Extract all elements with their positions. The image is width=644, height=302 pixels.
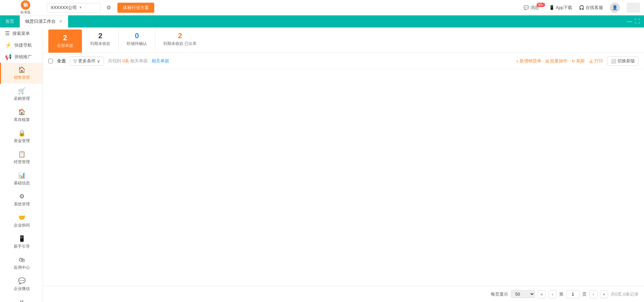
online-service-button[interactable]: 🎧 在线客服: [579, 5, 603, 11]
sidebar-item-purchase[interactable]: 🛒 采购管理: [0, 84, 43, 105]
stats-tab-overdue-shipped[interactable]: 2 到期未收款 已出库: [155, 27, 205, 53]
sidebar-label-marketing: 营销推广: [14, 54, 32, 60]
stats-tab-all[interactable]: 2 全部单据: [48, 29, 82, 53]
top-header: 畅 标准版 XXXXXX公司 ▼ ⚙ 体验行业方案 💬 消息 99+ 📱 App…: [0, 0, 644, 15]
batch-operation-button[interactable]: ⊞ 批量操作: [545, 58, 568, 64]
wechat-icon: 💬: [18, 277, 25, 285]
sidebar-label-guide: 新手引导: [14, 244, 30, 249]
sidebar-item-operations[interactable]: 📋 经营管理: [0, 147, 43, 168]
filter-button[interactable]: ▽ 更多条件 ∨: [70, 56, 104, 66]
user-icon: 👤: [612, 5, 618, 10]
prev-page-icon: ‹: [552, 292, 553, 297]
print-button[interactable]: 🖨 打印: [589, 58, 603, 64]
sidebar-label-cooperation: 企业协同: [14, 223, 30, 228]
sidebar-label-operations: 经营管理: [14, 159, 30, 165]
maximize-icon[interactable]: ⛶: [635, 18, 640, 24]
sidebar-label-basic-info: 基础信息: [14, 180, 30, 186]
search-menu-icon: ☰: [5, 30, 10, 37]
company-selector[interactable]: XXXXXX公司 ▼: [47, 3, 101, 12]
add-sales-order-button[interactable]: + 新增销货单: [516, 58, 541, 64]
total-records: 共0页,0条记录: [611, 291, 639, 297]
batch-label: 批量操作: [550, 58, 568, 64]
prev-page-button[interactable]: ‹: [548, 290, 556, 298]
filter-chevron-icon: ∨: [97, 59, 100, 64]
last-page-button[interactable]: »: [600, 290, 608, 298]
operations-icon: 📋: [18, 150, 25, 158]
stats-count-all: 2: [63, 34, 67, 42]
table-area: [43, 69, 644, 286]
pagination: 每页显示 50 100 200 « ‹ 第 页 › » 共0页,0条记录: [43, 286, 644, 302]
sidebar-item-inventory[interactable]: 🏠 库存核算: [0, 105, 43, 126]
stats-count-overdue-shipped: 2: [178, 32, 182, 40]
trial-button[interactable]: 体验行业方案: [117, 3, 154, 13]
sidebar-label-quick-nav: 快捷导航: [14, 42, 32, 48]
sidebar-label-search: 搜索菜单: [12, 31, 30, 37]
sidebar-item-basic-info[interactable]: 📊 基础信息: [0, 168, 43, 189]
add-sales-label: 新增销货单: [520, 58, 541, 64]
brand-subtext: 标准版: [20, 10, 31, 15]
select-all-label: 全选: [57, 58, 66, 64]
next-page-button[interactable]: ›: [589, 290, 597, 298]
sidebar-item-wechat[interactable]: 💬 企业微信: [0, 274, 43, 295]
avatar[interactable]: 👤: [610, 3, 620, 13]
print-label: 打印: [594, 58, 603, 64]
page-input[interactable]: [566, 290, 580, 298]
per-page-select[interactable]: 50 100 200: [511, 290, 535, 298]
refresh-label: 刷新: [576, 58, 585, 64]
sidebar-label-system: 系统管理: [14, 201, 30, 207]
sidebar-label-finance: 资金管理: [14, 138, 30, 144]
tab-money-goods[interactable]: 钱货日清工作台 ✕: [20, 15, 68, 27]
tab-home-label: 首页: [5, 18, 14, 24]
sidebar-item-cooperation[interactable]: 🤝 企业协同: [0, 210, 43, 232]
toolbar-right: + 新增销货单 ⊞ 批量操作 ↻ 刷新 🖨 打印 ⬜ 切换新版: [516, 56, 639, 66]
sidebar-item-quick-nav[interactable]: ⚡ 快捷导航: [0, 39, 43, 51]
found-count: 0条: [122, 58, 129, 63]
logo-icon: 畅: [21, 0, 30, 10]
sidebar-item-sales[interactable]: 🏠 销售管理: [0, 63, 43, 84]
cooperation-icon: 🤝: [18, 214, 25, 221]
message-button[interactable]: 💬 消息 99+: [524, 5, 542, 11]
tab-money-goods-label: 钱货日清工作台: [25, 18, 56, 24]
main-layout: ☰ 搜索菜单 ⚡ 快捷导航 📢 营销推广 🏠 销售管理 🛒 采购管理 🏠 库存核…: [0, 27, 644, 302]
sidebar-label-purchase: 采购管理: [14, 96, 30, 102]
select-all-checkbox[interactable]: [48, 59, 53, 63]
headset-icon: 🎧: [579, 5, 584, 10]
switch-new-version-button[interactable]: ⬜ 切换新版: [607, 56, 639, 66]
close-icon[interactable]: ✕: [59, 19, 62, 24]
related-records-link[interactable]: 相关单据: [152, 58, 169, 64]
refresh-icon: ↻: [572, 59, 575, 64]
tab-home[interactable]: 首页: [0, 15, 20, 27]
settings-button[interactable]: ⚙: [103, 2, 114, 13]
message-badge: 99+: [537, 3, 545, 7]
page-suffix: 页: [582, 291, 587, 297]
sidebar-item-finance[interactable]: 🔒 资金管理: [0, 126, 43, 147]
app-download-label: App下载: [556, 5, 572, 11]
sidebar-item-search-menu[interactable]: ☰ 搜索菜单: [0, 27, 43, 39]
sidebar-item-system[interactable]: ⚙ 系统管理: [0, 189, 43, 210]
stats-tabs: 2 全部单据 2 到期未收款 0 旺铺待确认 2 到期未收款 已出库: [43, 27, 644, 53]
finance-icon: 🔒: [18, 129, 25, 137]
minimize-icon[interactable]: —: [627, 18, 632, 24]
sidebar-item-vip[interactable]: V 畅会员: [0, 295, 43, 302]
stats-tab-wangpu[interactable]: 0 旺铺待确认: [119, 27, 155, 53]
batch-icon: ⊞: [545, 59, 549, 64]
stats-tab-overdue-unpaid[interactable]: 2 到期未收款: [82, 27, 118, 53]
first-page-button[interactable]: «: [538, 290, 546, 298]
first-page-icon: «: [541, 292, 543, 297]
chevron-down-icon: ▼: [79, 6, 82, 9]
sidebar-item-app-center[interactable]: 🛍 应用中心: [0, 253, 43, 274]
quick-nav-icon: ⚡: [5, 42, 12, 48]
plus-icon: +: [516, 59, 519, 64]
basic-info-icon: 📊: [18, 172, 25, 179]
app-download-button[interactable]: 📱 App下载: [549, 5, 572, 11]
sales-icon: 🏠: [18, 66, 25, 73]
sidebar-label-wechat: 企业微信: [14, 286, 30, 292]
header-right: 💬 消息 99+ 📱 App下载 🎧 在线客服 👤: [524, 3, 640, 13]
sidebar-item-guide[interactable]: 📱 新手引导: [0, 232, 43, 253]
refresh-button[interactable]: ↻ 刷新: [572, 58, 585, 64]
sidebar-item-marketing[interactable]: 📢 营销推广: [0, 51, 43, 63]
stats-label-overdue-shipped: 到期未收款 已出库: [163, 41, 197, 47]
found-prefix: 共找到: [108, 58, 121, 63]
switch-icon: ⬜: [611, 59, 616, 64]
content-area: 2 全部单据 2 到期未收款 0 旺铺待确认 2 到期未收款 已出库 全选: [43, 27, 644, 302]
